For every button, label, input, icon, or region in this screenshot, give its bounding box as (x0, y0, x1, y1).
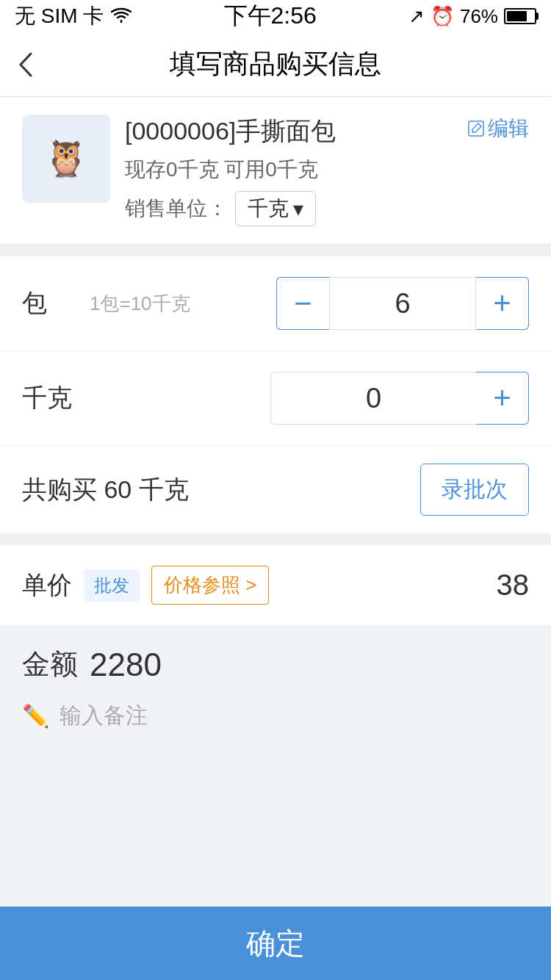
location-icon: ↗ (408, 5, 425, 28)
note-label: 输入备注 (60, 701, 148, 731)
controls-bao: − + (276, 277, 529, 330)
confirm-button[interactable]: 确定 (0, 907, 551, 980)
hint-bao: 1包=10千克 (90, 291, 276, 317)
battery-percent: 76% (460, 5, 498, 28)
input-bao[interactable] (329, 277, 476, 330)
increment-bao-button[interactable]: + (476, 277, 529, 330)
battery-icon (504, 8, 536, 24)
amount-value: 2280 (90, 646, 162, 683)
note-row[interactable]: ✏️ 输入备注 (22, 701, 529, 731)
status-right: ↗ ⏰ 76% (408, 5, 536, 28)
status-time: 下午2:56 (224, 0, 317, 32)
back-button[interactable] (18, 51, 34, 79)
separator-2 (0, 533, 551, 545)
alarm-icon: ⏰ (431, 5, 454, 28)
status-left: 无 SIM 卡 (15, 2, 132, 30)
price-section: 单价 批发 价格参照 > 38 (0, 545, 551, 625)
product-info: [0000006]手撕面包 编辑 现存0千克 可用0千克 销售单位： 千克 ▾ (125, 115, 529, 226)
nav-bar: 填写商品购买信息 (0, 32, 551, 97)
price-badge: 批发 (84, 569, 140, 602)
unit-select[interactable]: 千克 ▾ (235, 191, 316, 226)
summary-row: 共购买 60 千克 录批次 (0, 446, 551, 533)
controls-kg: + (270, 372, 529, 425)
product-card: 🦉 [0000006]手撕面包 编辑 现存0千克 可用0千克 销售单位： 千克 (0, 97, 551, 245)
product-name: [0000006]手撕面包 (125, 115, 336, 148)
product-unit-row: 销售单位： 千克 ▾ (125, 191, 529, 226)
summary-text: 共购买 60 千克 (22, 473, 189, 507)
input-kg[interactable] (270, 372, 476, 425)
input-row-kg: 千克 + (0, 351, 551, 446)
separator-1 (0, 245, 551, 256)
wifi-icon (111, 4, 132, 28)
unit-dropdown-icon: ▾ (293, 197, 303, 221)
product-logo: 🦉 (44, 138, 88, 179)
page-title: 填写商品购买信息 (170, 46, 381, 82)
amount-label: 金额 (22, 646, 78, 683)
pencil-icon: ✏️ (22, 703, 49, 729)
product-stock: 现存0千克 可用0千克 (125, 156, 529, 184)
edit-label: 编辑 (488, 115, 529, 143)
unit-value: 千克 (248, 195, 289, 223)
amount-row: 金额 2280 (22, 646, 529, 683)
label-bao: 包 (22, 287, 81, 320)
carrier-text: 无 SIM 卡 (15, 2, 104, 30)
price-ref-button[interactable]: 价格参照 > (151, 566, 269, 605)
amount-section: 金额 2280 ✏️ 输入备注 (0, 625, 551, 752)
status-bar: 无 SIM 卡 下午2:56 ↗ ⏰ 76% (0, 0, 551, 32)
decrement-bao-button[interactable]: − (276, 277, 329, 330)
price-label: 单价 (22, 569, 72, 602)
unit-label: 销售单位： (125, 195, 228, 223)
input-section: 包 1包=10千克 − + 千克 + (0, 256, 551, 446)
price-value: 38 (497, 569, 530, 602)
input-row-bao: 包 1包=10千克 − + (0, 256, 551, 351)
edit-button[interactable]: 编辑 (467, 115, 529, 143)
svg-rect-0 (469, 121, 483, 136)
label-kg: 千克 (22, 381, 81, 415)
product-image: 🦉 (22, 115, 110, 203)
record-batch-button[interactable]: 录批次 (420, 464, 529, 516)
increment-kg-button[interactable]: + (476, 372, 529, 425)
